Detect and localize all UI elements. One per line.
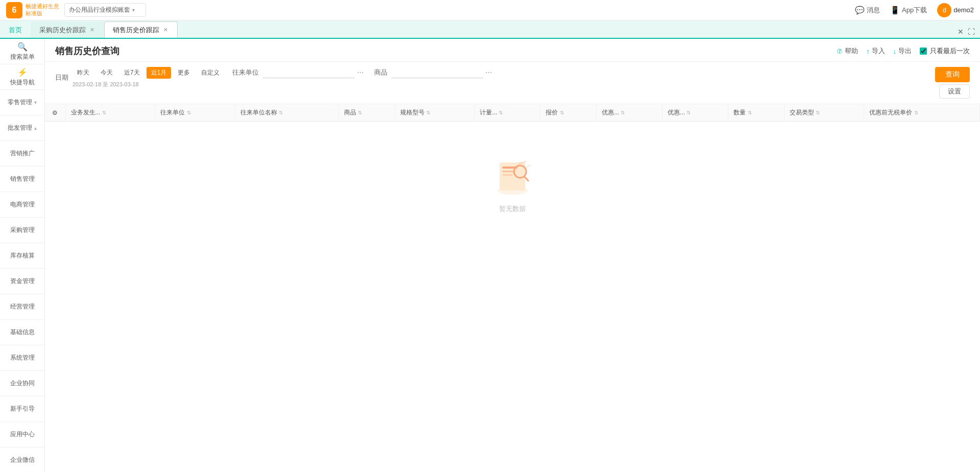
date-btn-1month[interactable]: 近1月: [146, 67, 172, 79]
close-all-tabs[interactable]: ✕: [958, 28, 964, 36]
close-tab-purchase[interactable]: ✕: [89, 26, 95, 34]
avatar: d: [937, 3, 951, 17]
column-partner-name[interactable]: 往来单位名称 ⇅: [235, 104, 338, 122]
column-product[interactable]: 商品 ⇅: [338, 104, 395, 122]
tab-sales-history[interactable]: 销售历史价跟踪 ✕: [104, 21, 178, 38]
column-unit[interactable]: 计量... ⇅: [475, 104, 541, 122]
sidebar-item-newbie-guide[interactable]: 新手引导: [0, 396, 44, 422]
svg-rect-3: [502, 171, 515, 172]
sort-icon: ⇅: [358, 110, 362, 115]
sidebar-item-retail[interactable]: 零售管理 ▾: [0, 90, 44, 115]
sort-icon: ⇅: [748, 110, 752, 115]
import-button[interactable]: ↑ 导入: [866, 46, 885, 56]
partner-filter-group: 往来单位 ···: [232, 67, 365, 78]
close-tab-sales[interactable]: ✕: [162, 26, 169, 34]
column-tx-type[interactable]: 交易类型 ⇅: [784, 104, 864, 122]
product-input[interactable]: [391, 67, 483, 78]
account-selector[interactable]: 办公用品行业模拟账套 ▾: [64, 3, 146, 17]
sidebar-item-app-center[interactable]: 应用中心: [0, 422, 44, 447]
message-icon: 💬: [855, 6, 865, 15]
sort-icon: ⇅: [187, 110, 191, 115]
tab-home[interactable]: 首页: [0, 21, 31, 38]
only-last-checkbox[interactable]: [920, 48, 927, 55]
phone-icon: 📱: [890, 6, 900, 15]
tab-bar: 首页 采购历史价跟踪 ✕ 销售历史价跟踪 ✕ ✕ ⛶: [0, 20, 980, 39]
sidebar-item-finance[interactable]: 资金管理: [0, 269, 44, 294]
product-dots-button[interactable]: ···: [483, 68, 494, 77]
svg-line-8: [527, 166, 530, 167]
import-icon: ↑: [866, 48, 870, 55]
date-btn-yesterday[interactable]: 昨天: [72, 67, 94, 79]
setting-button[interactable]: 设置: [939, 84, 970, 99]
sidebar-item-enterprise-collab[interactable]: 企业协同: [0, 371, 44, 396]
column-biz-date[interactable]: 业务发生... ⇅: [65, 104, 155, 122]
chevron-down-icon: ▾: [132, 7, 135, 13]
column-spec[interactable]: 规格型号 ⇅: [395, 104, 474, 122]
sidebar-item-basic-info[interactable]: 基础信息: [0, 320, 44, 345]
maximize-icon[interactable]: ⛶: [968, 28, 975, 36]
user-menu[interactable]: d demo2: [937, 3, 974, 17]
main-layout: 🔍 搜索菜单 ⚡ 快捷导航 零售管理 ▾ 批发管理 ▴ 营销推广 销售管理 电商…: [0, 39, 980, 472]
date-range-text: 2023-02-18 至 2023-03-18: [72, 81, 224, 88]
help-icon: ⑦: [837, 48, 843, 55]
page-content: 销售历史价查询 ⑦ 帮助 ↑ 导入 ↓ 导出: [45, 39, 980, 472]
sidebar-item-system[interactable]: 系统管理: [0, 345, 44, 371]
column-discount1[interactable]: 优惠... ⇅: [596, 104, 662, 122]
sort-icon: ⇅: [279, 110, 283, 115]
sidebar-item-search[interactable]: 🔍 搜索菜单: [0, 39, 44, 64]
sort-icon: ⇅: [816, 110, 820, 115]
date-btn-custom[interactable]: 自定义: [197, 67, 224, 79]
date-btn-more[interactable]: 更多: [173, 67, 194, 79]
column-partner[interactable]: 往来单位 ⇅: [155, 104, 235, 122]
sort-icon: ⇅: [914, 110, 918, 115]
logo-icon: 6: [6, 2, 22, 18]
product-filter-group: 商品 ···: [374, 67, 494, 78]
date-btn-today[interactable]: 今天: [96, 67, 117, 79]
date-options-group: 昨天 今天 近7天 近1月 更多 自定义 2023-02-18 至 2023-0…: [72, 67, 224, 88]
column-settings[interactable]: ⚙: [45, 104, 65, 122]
sort-icon: ⇅: [102, 110, 106, 115]
product-label: 商品: [374, 68, 387, 77]
only-last-checkbox-wrap[interactable]: 只看最后一次: [920, 46, 970, 56]
user-name: demo2: [953, 6, 974, 14]
table-wrap: ⚙ 业务发生... ⇅ 往来单位 ⇅ 往来单位名称 ⇅: [45, 104, 980, 472]
sidebar-item-ecommerce[interactable]: 电商管理: [0, 192, 44, 218]
data-table: ⚙ 业务发生... ⇅ 往来单位 ⇅ 往来单位名称 ⇅: [45, 104, 980, 122]
sidebar-item-quicknav[interactable]: ⚡ 快捷导航: [0, 64, 44, 90]
sidebar-item-enterprise-wechat[interactable]: 企业微信: [0, 447, 44, 472]
page-header-actions: ⑦ 帮助 ↑ 导入 ↓ 导出 只看最后一次: [837, 46, 970, 56]
empty-state: 暂无数据: [45, 122, 980, 244]
empty-text: 暂无数据: [499, 204, 526, 214]
sort-icon: ⇅: [560, 110, 564, 115]
sidebar-item-purchase[interactable]: 采购管理: [0, 218, 44, 243]
partner-dots-button[interactable]: ···: [355, 68, 365, 77]
column-pretax-price[interactable]: 优惠前无税单价 ⇅: [864, 104, 980, 122]
message-action[interactable]: 💬 消息: [855, 6, 880, 15]
logo-text: 畅捷通好生意 标准版: [26, 3, 59, 16]
partner-input-wrap: ···: [263, 67, 365, 78]
date-options: 昨天 今天 近7天 近1月 更多 自定义: [72, 67, 224, 79]
tab-purchase-history[interactable]: 采购历史价跟踪 ✕: [31, 21, 104, 38]
column-discount2[interactable]: 优惠... ⇅: [663, 104, 728, 122]
column-qty[interactable]: 数量 ⇅: [728, 104, 785, 122]
sidebar-item-marketing[interactable]: 营销推广: [0, 141, 44, 167]
app-download-action[interactable]: 📱 App下载: [890, 6, 927, 15]
sidebar: 🔍 搜索菜单 ⚡ 快捷导航 零售管理 ▾ 批发管理 ▴ 营销推广 销售管理 电商…: [0, 39, 45, 472]
date-btn-7days[interactable]: 近7天: [119, 67, 144, 79]
svg-rect-4: [502, 174, 512, 176]
product-input-wrap: ···: [391, 67, 494, 78]
sidebar-item-operations[interactable]: 经营管理: [0, 294, 44, 320]
partner-input[interactable]: [263, 67, 355, 78]
sidebar-item-sales[interactable]: 销售管理: [0, 167, 44, 192]
quick-nav-icon: ⚡: [17, 67, 28, 77]
column-price[interactable]: 报价 ⇅: [541, 104, 597, 122]
sidebar-item-inventory[interactable]: 库存核算: [0, 243, 44, 269]
empty-icon: [489, 152, 535, 198]
help-button[interactable]: ⑦ 帮助: [837, 46, 858, 56]
export-button[interactable]: ↓ 导出: [893, 46, 912, 56]
logo: 6 畅捷通好生意 标准版: [6, 2, 59, 18]
query-button[interactable]: 查询: [935, 67, 970, 82]
search-icon: 🔍: [17, 42, 28, 52]
sidebar-item-wholesale[interactable]: 批发管理 ▴: [0, 115, 44, 141]
content-area: 销售历史价查询 ⑦ 帮助 ↑ 导入 ↓ 导出: [45, 39, 980, 472]
